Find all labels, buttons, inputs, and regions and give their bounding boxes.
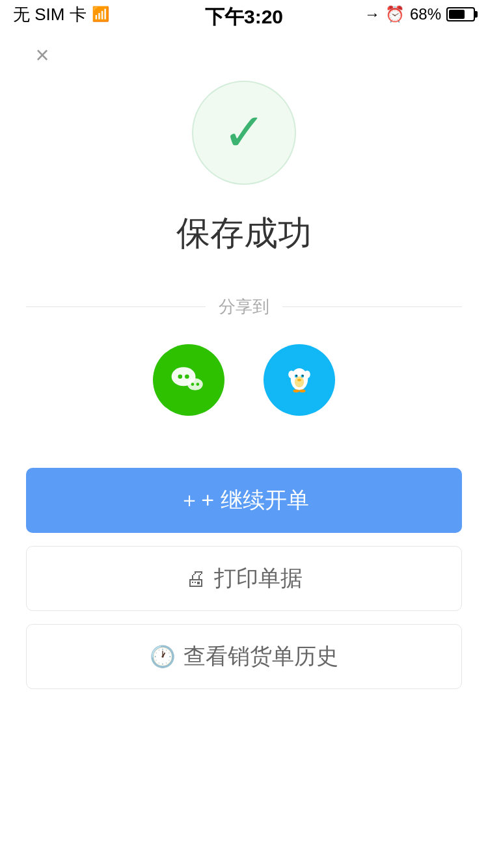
wifi-icon: 📶: [92, 6, 109, 23]
print-label: 打印单据: [214, 563, 303, 593]
checkmark-icon: ✓: [223, 107, 266, 159]
svg-point-15: [293, 389, 299, 392]
plus-icon: ＋: [179, 486, 200, 515]
svg-point-9: [296, 375, 297, 376]
battery-fill: [449, 10, 465, 19]
svg-point-4: [191, 383, 195, 386]
divider-line-left: [26, 306, 206, 307]
print-icon: 🖨: [185, 567, 206, 591]
location-icon: →: [364, 5, 380, 23]
continue-label: + 继续开单: [201, 485, 308, 515]
history-label: 查看销货单历史: [183, 642, 338, 671]
alarm-icon: ⏰: [385, 5, 405, 23]
success-title: 保存成功: [176, 211, 312, 256]
share-icons: [153, 344, 335, 416]
battery-text: 68%: [410, 5, 441, 23]
divider-line-right: [282, 306, 462, 307]
close-button[interactable]: ×: [26, 39, 59, 72]
svg-point-1: [178, 374, 183, 379]
share-qq-button[interactable]: [264, 344, 335, 416]
svg-point-14: [295, 377, 304, 388]
share-wechat-button[interactable]: [153, 344, 224, 416]
qq-icon: [280, 360, 319, 400]
svg-point-12: [288, 371, 295, 379]
status-bar: 无 SIM 卡 📶 下午3:20 → ⏰ 68%: [0, 0, 488, 29]
battery-icon: [446, 7, 475, 21]
share-label: 分享到: [206, 295, 282, 318]
history-icon: 🕐: [150, 644, 176, 669]
close-icon: ×: [35, 42, 49, 69]
svg-point-2: [185, 374, 189, 379]
status-time: 下午3:20: [205, 4, 283, 31]
history-button[interactable]: 🕐 查看销货单历史: [26, 624, 462, 689]
continue-button[interactable]: ＋ + 继续开单: [26, 468, 462, 533]
status-left: 无 SIM 卡 📶: [13, 3, 109, 26]
svg-point-16: [299, 389, 306, 392]
print-button[interactable]: 🖨 打印单据: [26, 546, 462, 611]
main-content: ✓ 保存成功 分享到: [0, 81, 488, 689]
sim-status: 无 SIM 卡: [13, 3, 87, 26]
wechat-icon: [167, 359, 210, 401]
svg-point-13: [304, 371, 310, 379]
svg-point-5: [197, 383, 200, 386]
svg-point-10: [302, 375, 303, 376]
success-circle: ✓: [192, 81, 296, 185]
action-buttons: ＋ + 继续开单 🖨 打印单据 🕐 查看销货单历史: [26, 468, 462, 689]
svg-point-3: [187, 378, 203, 390]
share-divider: 分享到: [26, 295, 462, 318]
status-right: → ⏰ 68%: [364, 5, 475, 23]
